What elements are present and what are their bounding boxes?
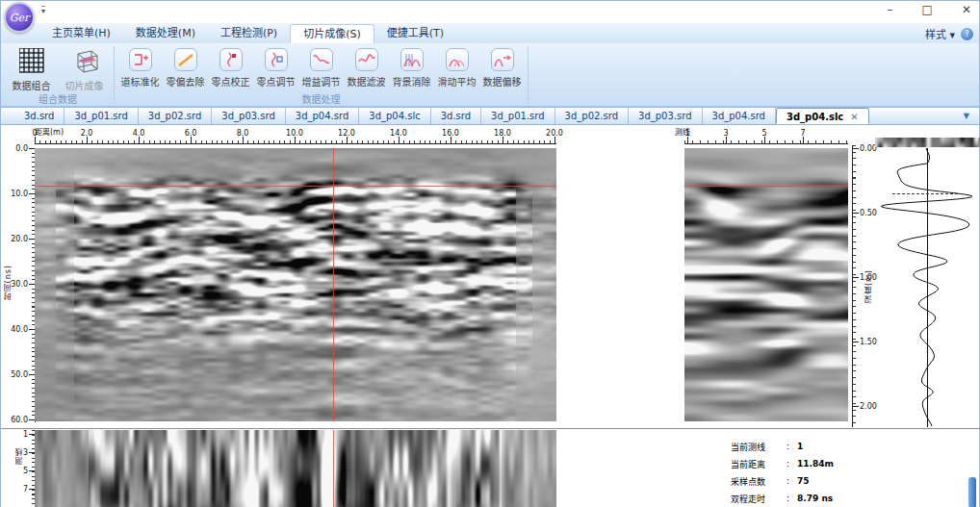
- status-label: 当前测线: [731, 441, 783, 453]
- axis-tick-label: 1: [5, 430, 28, 439]
- vertical-scrollbar-thumb[interactable]: [968, 477, 976, 507]
- button-label: 数据滤波: [348, 74, 386, 89]
- axis-line: [684, 143, 848, 144]
- button-label: 数据偏移: [483, 74, 522, 89]
- axis-major-tick: [35, 137, 36, 143]
- ribbon-group-0: 数据组合切片成像组合数据: [3, 44, 113, 106]
- file-tab-9[interactable]: 3d_p03.srd: [629, 108, 702, 124]
- status-row: 双程走时:8.79 ns: [731, 490, 834, 507]
- axis-major-tick: [139, 137, 140, 143]
- file-tab-8[interactable]: 3d_p02.srd: [555, 108, 629, 124]
- title-bar: Ger ▾ – □ ✕: [1, 1, 979, 23]
- file-tab-0[interactable]: 3d.srd: [14, 108, 64, 124]
- file-tab-active[interactable]: 3d_p04.slc✕: [776, 108, 869, 124]
- file-tab-10[interactable]: 3d_p04.srd: [703, 108, 776, 124]
- app-logo[interactable]: Ger: [4, 2, 35, 33]
- background-remove-icon: [400, 48, 424, 71]
- axis-tick-label: 10.0: [5, 190, 28, 198]
- ribbon-toolbar: 数据组合切片成像组合数据道标准化零偏去除零点校正零点调节增益调节数据滤波背景消除…: [1, 43, 979, 106]
- file-tab-7[interactable]: 3d_p01.srd: [481, 108, 554, 124]
- quick-access-arrow-icon[interactable]: ▾: [41, 6, 45, 15]
- cross-time-crosshair[interactable]: [684, 186, 848, 187]
- button-moving-average[interactable]: 滑动平均: [434, 46, 479, 89]
- axis-major-tick: [554, 137, 555, 143]
- tab-close-icon[interactable]: ✕: [850, 112, 858, 122]
- button-background-remove[interactable]: 背景消除: [389, 46, 434, 89]
- button-slice-cube[interactable]: 切片成像: [58, 46, 111, 92]
- axis-major-tick: [503, 137, 503, 143]
- status-value: 8.79 ns: [797, 494, 833, 503]
- axis-tick-label: 50.0: [5, 370, 28, 379]
- status-label: 双程走时: [731, 493, 783, 505]
- app-window: Ger ▾ – □ ✕ 主页菜单(H)数据处理(M)工程检测(P)切片成像(S)…: [0, 0, 980, 507]
- status-row: 当前距离:11.84m: [731, 455, 834, 472]
- button-label: 零点调节: [257, 74, 296, 89]
- button-zero-point-adjust[interactable]: 零点调节: [253, 46, 298, 89]
- file-tab-5[interactable]: 3d_p04.slc: [359, 108, 430, 124]
- axis-line: [35, 143, 556, 144]
- zero-drift-remove-icon: [174, 48, 197, 71]
- main-yaxis-title: 时间(ns): [3, 265, 13, 300]
- button-gain-adjust[interactable]: 增益调节: [298, 46, 344, 89]
- style-button[interactable]: 样式 ▾: [925, 26, 955, 41]
- time-slice-image[interactable]: [35, 430, 556, 507]
- button-zero-point-correct[interactable]: 零点校正: [208, 46, 253, 89]
- button-data-grid[interactable]: 数据组合: [5, 46, 58, 92]
- axis-tick-label: 20.0: [5, 235, 28, 243]
- status-panel: 当前测线:1当前距离:11.84m采样点数:75双程走时:8.79 ns: [731, 438, 834, 507]
- help-icon[interactable]: ?: [961, 28, 973, 40]
- trace-grayscale-strip: [875, 138, 980, 147]
- file-tab-2[interactable]: 3d_p02.srd: [139, 108, 212, 124]
- ribbon-tab-0[interactable]: 主页菜单(H): [39, 24, 123, 43]
- button-label: 道标准化: [121, 74, 160, 89]
- button-data-shift[interactable]: 数据偏移: [479, 46, 525, 89]
- trace-normalize-icon: [129, 48, 152, 71]
- button-label: 数据组合: [13, 78, 51, 92]
- button-data-filter[interactable]: 数据滤波: [344, 46, 389, 89]
- ribbon-tab-bar: 主页菜单(H)数据处理(M)工程检测(P)切片成像(S)便捷工具(T) 样式 ▾…: [1, 23, 979, 43]
- button-label: 滑动平均: [438, 74, 477, 89]
- group-separator: [114, 46, 115, 104]
- axis-major-tick: [191, 137, 192, 143]
- axis-major-tick: [295, 137, 296, 143]
- button-zero-drift-remove[interactable]: 零偏去除: [163, 46, 208, 89]
- axis-major-tick: [243, 137, 244, 143]
- cross-section-image[interactable]: [684, 148, 848, 421]
- close-button[interactable]: ✕: [962, 3, 971, 16]
- tab-overflow-arrow-icon[interactable]: ▼: [964, 112, 969, 120]
- button-trace-normalize[interactable]: 道标准化: [117, 46, 163, 89]
- axis-tick-label: 0.0: [5, 144, 28, 153]
- axis-minor-ticks: [853, 145, 856, 427]
- axis-major-tick: [687, 137, 688, 143]
- group-separator: [528, 46, 529, 104]
- ribbon-tab-4[interactable]: 便捷工具(T): [374, 24, 456, 43]
- file-tab-6[interactable]: 3d.srd: [431, 108, 481, 124]
- button-label: 切片成像: [65, 78, 104, 92]
- panel-divider: [1, 428, 980, 429]
- axis-major-tick: [87, 137, 88, 143]
- data-shift-icon: [491, 48, 514, 71]
- ribbon-tab-1[interactable]: 数据处理(M): [123, 24, 208, 43]
- file-tab-4[interactable]: 3d_p04.srd: [286, 108, 359, 124]
- trace-waveform[interactable]: [875, 148, 980, 427]
- axis-tick-label: 40.0: [5, 325, 28, 334]
- button-label: 零偏去除: [167, 74, 205, 89]
- axis-major-tick: [726, 137, 727, 143]
- ribbon-tab-2[interactable]: 工程检测(P): [208, 24, 290, 43]
- slice-yaxis-title: 测线: [14, 447, 25, 465]
- minimize-button[interactable]: –: [888, 3, 893, 16]
- slice-distance-crosshair[interactable]: [333, 430, 334, 507]
- button-label: 零点校正: [212, 74, 250, 89]
- status-value: 1: [797, 442, 803, 451]
- ribbon-tab-3[interactable]: 切片成像(S): [290, 24, 374, 43]
- status-value: 11.84m: [797, 459, 834, 469]
- file-tab-3[interactable]: 3d_p03.srd: [212, 108, 285, 124]
- axis-tick-label: 60.0: [5, 416, 28, 424]
- file-tab-1[interactable]: 3d_p01.srd: [64, 108, 138, 124]
- zero-point-correct-icon: [219, 48, 243, 71]
- main-time-crosshair[interactable]: [35, 186, 556, 187]
- restore-button[interactable]: □: [922, 3, 933, 16]
- main-distance-crosshair[interactable]: [333, 148, 334, 421]
- axis-major-tick: [853, 342, 859, 342]
- main-bscan-image[interactable]: [35, 148, 556, 421]
